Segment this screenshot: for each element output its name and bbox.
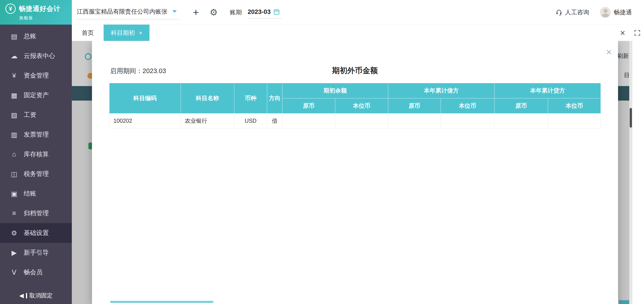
cell-credit-original[interactable] (494, 114, 548, 128)
logo-edition-badge: 旗舰版 (19, 15, 72, 20)
col-header-account-code: 科目编码 (110, 83, 181, 114)
coin-logo-icon: ¥ (5, 3, 16, 14)
sidebar-item-label: 资金管理 (24, 71, 49, 80)
sidebar-item-basic-settings[interactable]: ⚙基础设置 (0, 223, 72, 243)
payroll-icon: ▨ (10, 111, 18, 119)
unpin-sidebar-button[interactable]: ◀ 取消固定 (0, 287, 72, 304)
tab-close-icon[interactable]: × (139, 30, 142, 36)
period-picker[interactable]: 2023-03 (247, 6, 282, 18)
chevron-down-icon (172, 10, 177, 13)
top-header: 江西服宝精品有限责任公司内账张 + ⚙ 账期 2023-03 (72, 0, 644, 24)
avatar (600, 7, 611, 18)
headset-icon (556, 9, 562, 16)
sidebar-item-tax[interactable]: ◫税务管理 (0, 164, 72, 184)
table-horizontal-scrollbar-thumb[interactable] (110, 301, 214, 303)
logo-title: 畅捷通好会计 (19, 4, 60, 13)
closing-icon: ▣ (10, 190, 18, 198)
sidebar-item-label: 基础设置 (24, 229, 49, 237)
unpin-label: 取消固定 (29, 292, 52, 300)
modal-close-icon[interactable]: × (606, 47, 612, 57)
col-header-direction: 方向 (267, 83, 282, 114)
col-header-original-currency: 原币 (388, 98, 441, 114)
calendar-icon (274, 9, 280, 15)
col-header-base-currency: 本位币 (335, 98, 388, 114)
tax-icon: ◫ (10, 170, 18, 178)
col-header-base-currency: 本位币 (548, 98, 601, 114)
tab-home-label: 首页 (82, 29, 94, 37)
sidebar-item-label: 结账 (24, 189, 36, 198)
sidebar-item-closing[interactable]: ▣结账 (0, 184, 72, 203)
funds-icon: ¥ (10, 72, 18, 79)
cell-debit-base[interactable] (441, 114, 494, 128)
archive-icon: ≡ (10, 209, 18, 217)
tab-bar: 首页 科目期初 × × (72, 24, 644, 41)
sidebar-item-member[interactable]: Ⅴ畅会员 (0, 263, 72, 282)
sidebar-item-label: 畅会员 (24, 268, 42, 277)
tab-home[interactable]: 首页 (72, 24, 104, 41)
gear-icon[interactable]: ⚙ (210, 8, 218, 17)
sidebar-item-inventory[interactable]: ⌂库存核算 (0, 144, 72, 164)
sidebar-item-fixed-assets[interactable]: ▦固定资产 (0, 85, 72, 105)
right-gutter (632, 41, 644, 304)
ledger-icon: ▤ (10, 32, 18, 40)
page-scrollbar-thumb[interactable] (630, 108, 632, 128)
col-header-account-name: 科目名称 (181, 83, 234, 114)
sidebar-item-invoices[interactable]: ▥发票管理 (0, 125, 72, 144)
user-name: 畅捷通 (614, 8, 632, 16)
sidebar-item-cloud-reports[interactable]: ☁云报表中心 (0, 46, 72, 66)
cell-opening-base[interactable] (335, 114, 388, 128)
tab-controls: × (620, 24, 641, 41)
period-value: 2023-03 (248, 8, 271, 15)
sidebar-item-label: 新手引导 (24, 248, 49, 257)
fullscreen-button[interactable] (634, 29, 641, 36)
col-header-original-currency: 原币 (494, 98, 548, 114)
invoice-icon: ▥ (10, 131, 18, 139)
col-header-original-currency: 原币 (282, 98, 335, 114)
dialog-title: 期初外币金额 (109, 65, 600, 76)
support-button[interactable]: 人工咨询 (556, 8, 589, 16)
period-label: 账期 (230, 8, 242, 16)
cell-debit-original[interactable] (388, 114, 441, 128)
company-name: 江西服宝精品有限责任公司内账张 (77, 7, 168, 16)
sidebar-item-label: 税务管理 (24, 170, 49, 178)
company-selector[interactable]: 江西服宝精品有限责任公司内账张 (77, 5, 179, 20)
foreign-currency-table: 科目编码 科目名称 币种 方向 期初余额 本年累计借方 本年累计贷方 原币 本位… (109, 83, 601, 128)
cell-currency: USD (234, 114, 267, 128)
col-header-base-currency: 本位币 (441, 98, 494, 114)
cloud-report-icon: ☁ (10, 52, 18, 60)
page-scrollbar[interactable] (629, 41, 632, 304)
header-right-group: 人工咨询 畅捷通 (556, 0, 632, 24)
sidebar-item-label: 工资 (24, 111, 36, 119)
cell-account-code: 100202 (110, 114, 181, 128)
opening-foreign-currency-dialog: × 启用期间：2023.03 期初外币金额 科目编码 科目名称 币种 方向 期初… (92, 41, 618, 304)
guide-icon: ▶ (10, 249, 18, 257)
unpin-icon: ◀ (19, 292, 24, 299)
col-group-opening-balance: 期初余额 (282, 83, 388, 98)
inventory-icon: ⌂ (10, 150, 18, 158)
sidebar-item-beginner-guide[interactable]: ▶新手引导 (0, 243, 72, 263)
tab-active-label: 科目期初 (111, 29, 135, 37)
sidebar-item-archive[interactable]: ≡归档管理 (0, 203, 72, 223)
user-menu[interactable]: 畅捷通 (600, 7, 632, 18)
sidebar-nav: ▤总账 ☁云报表中心 ¥资金管理 ▦固定资产 ▨工资 ▥发票管理 ⌂库存核算 ◫… (0, 24, 72, 282)
sidebar-item-label: 发票管理 (24, 130, 49, 139)
main-content: 刷新 目 × 启用期间：2023.03 期初外币金额 科目编码 (72, 41, 644, 304)
fixed-assets-icon: ▦ (10, 91, 18, 99)
table-row[interactable]: 100202 农业银行 USD 借 (110, 114, 601, 128)
tab-subject-opening[interactable]: 科目期初 × (104, 24, 150, 41)
sidebar-item-label: 云报表中心 (24, 52, 55, 60)
sidebar-item-funds[interactable]: ¥资金管理 (0, 66, 72, 85)
cell-credit-base[interactable] (548, 114, 601, 128)
add-account-set-button[interactable]: + (193, 7, 199, 17)
close-tabs-icon[interactable]: × (620, 28, 625, 37)
sidebar-item-label: 库存核算 (24, 150, 49, 158)
col-header-currency: 币种 (234, 83, 267, 114)
sidebar-item-label: 归档管理 (24, 209, 49, 218)
sidebar-item-payroll[interactable]: ▨工资 (0, 105, 72, 125)
col-group-ytd-credit: 本年累计贷方 (494, 83, 601, 98)
sidebar-item-label: 总账 (24, 32, 36, 40)
sidebar: ¥ 畅捷通好会计 旗舰版 ▤总账 ☁云报表中心 ¥资金管理 ▦固定资产 ▨工资 … (0, 0, 72, 304)
unpin-icon-bar (26, 293, 27, 299)
cell-opening-original[interactable] (282, 114, 335, 128)
sidebar-item-general-ledger[interactable]: ▤总账 (0, 26, 72, 46)
